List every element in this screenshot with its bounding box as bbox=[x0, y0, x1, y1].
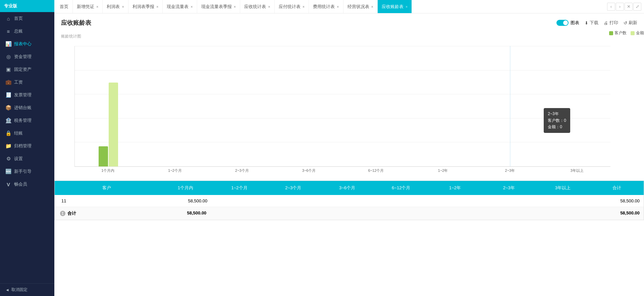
print-label: 打印 bbox=[609, 20, 618, 26]
tab-home-label: 首页 bbox=[60, 4, 68, 10]
tab-voucher-close[interactable]: × bbox=[96, 5, 98, 9]
bar-group-8 bbox=[543, 46, 610, 166]
tab-profit[interactable]: 利润表 × bbox=[103, 0, 128, 13]
tab-next-btn[interactable]: › bbox=[616, 3, 624, 11]
report-icon: 📊 bbox=[5, 41, 11, 47]
chart-toggle[interactable]: 图表 bbox=[556, 20, 579, 26]
sidebar-item-salary[interactable]: 💼 工资 bbox=[0, 76, 54, 89]
tab-business-close[interactable]: × bbox=[371, 5, 373, 9]
refresh-btn[interactable]: ↺ 刷新 bbox=[624, 20, 637, 26]
tab-ar-aging-label: 应收账龄表 bbox=[382, 4, 404, 10]
bar-group-4 bbox=[276, 46, 343, 166]
table-sum-row: Σ 合计 58,500.00 58,500.00 bbox=[55, 207, 644, 220]
tab-voucher-label: 新增凭证 bbox=[77, 4, 94, 10]
tab-voucher[interactable]: 新增凭证 × bbox=[73, 0, 103, 13]
tab-business[interactable]: 经营状况表 × bbox=[343, 0, 378, 13]
tab-home[interactable]: 首页 bbox=[56, 0, 73, 13]
toggle-thumb bbox=[563, 20, 568, 25]
tab-expense[interactable]: 费用统计表 × bbox=[309, 0, 343, 13]
download-icon: ⬇ bbox=[585, 20, 588, 26]
sidebar-item-finance[interactable]: ◎ 资金管理 bbox=[0, 50, 54, 63]
x-label-5: 6~12个月 bbox=[342, 167, 410, 173]
guide-icon: 🆕 bbox=[5, 168, 11, 175]
tab-ar-stats[interactable]: 应收统计表 × bbox=[240, 0, 274, 13]
tab-profit-close[interactable]: × bbox=[122, 5, 124, 9]
tab-maximize-btn[interactable]: ⤢ bbox=[633, 3, 641, 11]
td-customer: 11 bbox=[55, 195, 157, 207]
download-label: 下载 bbox=[590, 20, 598, 26]
ledger-icon: ≡ bbox=[5, 29, 11, 34]
sum-label-text: 合计 bbox=[67, 210, 76, 216]
legend-customers-label: 客户数 bbox=[614, 30, 627, 36]
tab-cashflow-q[interactable]: 现金流量表季报 × bbox=[197, 0, 240, 13]
sidebar-item-tax[interactable]: 🏦 税务管理 bbox=[0, 114, 54, 127]
tab-close-all-btn[interactable]: ✕ bbox=[625, 3, 633, 11]
tab-ap-stats[interactable]: 应付统计表 × bbox=[275, 0, 309, 13]
tab-profit-q-close[interactable]: × bbox=[156, 5, 158, 9]
sidebar-item-guide[interactable]: 🆕 新手引导 bbox=[0, 165, 54, 178]
bar-customers-1 bbox=[99, 146, 108, 166]
sidebar-item-label: 报表中心 bbox=[14, 41, 32, 47]
collapse-label: 取消固定 bbox=[11, 287, 28, 293]
tab-ar-stats-close[interactable]: × bbox=[268, 5, 270, 9]
x-label-6: 1~2年 bbox=[410, 167, 477, 173]
archive-icon: 📁 bbox=[5, 143, 11, 149]
print-btn[interactable]: 🖨 打印 bbox=[604, 20, 618, 26]
tab-expense-close[interactable]: × bbox=[337, 5, 339, 9]
th-customer: 客户 bbox=[55, 181, 158, 195]
tab-profit-q[interactable]: 利润表季报 × bbox=[128, 0, 163, 13]
td-sum-month23 bbox=[265, 207, 319, 220]
th-month12: 1~2个月 bbox=[212, 181, 266, 195]
sidebar-collapse-btn[interactable]: ◄ 取消固定 bbox=[0, 283, 54, 296]
tab-ar-aging[interactable]: 应收账龄表 × bbox=[378, 0, 412, 13]
finance-icon: ◎ bbox=[5, 54, 11, 60]
tab-ap-stats-label: 应付统计表 bbox=[279, 4, 301, 10]
tab-prev-btn[interactable]: ‹ bbox=[607, 3, 615, 11]
sidebar-item-label: 进销台账 bbox=[14, 105, 32, 111]
chart-title: 账龄统计图 bbox=[61, 34, 637, 39]
sidebar-item-home[interactable]: ⌂ 首页 bbox=[0, 12, 54, 25]
print-icon: 🖨 bbox=[604, 20, 608, 26]
refresh-label: 刷新 bbox=[629, 20, 637, 26]
sidebar: 专业版 ⌂ 首页 ≡ 总账 📊 报表中心 ◎ 资金管理 ▣ 固定资产 💼 工资 … bbox=[0, 0, 54, 296]
sidebar-item-settings[interactable]: ⚙ 设置 bbox=[0, 152, 54, 165]
sidebar-item-report[interactable]: 📊 报表中心 bbox=[0, 38, 54, 50]
chart-area: 账龄统计图 客户数 金额 5个 4个 3个 2个 bbox=[54, 30, 644, 177]
download-btn[interactable]: ⬇ 下载 bbox=[585, 20, 598, 26]
tab-business-label: 经营状况表 bbox=[347, 4, 369, 10]
td-sum-month36 bbox=[319, 207, 373, 220]
sidebar-item-vip[interactable]: V 畅会员 bbox=[0, 178, 54, 191]
td-sum-year23 bbox=[481, 207, 535, 220]
tab-expense-label: 费用统计表 bbox=[313, 4, 335, 10]
tab-ap-stats-close[interactable]: × bbox=[303, 5, 305, 9]
td-sum-month612 bbox=[373, 207, 427, 220]
table-row: 11 58,500.00 58,500.00 bbox=[55, 195, 644, 207]
sidebar-item-ledger[interactable]: ≡ 总账 bbox=[0, 25, 54, 38]
td-sum-label: Σ 合计 bbox=[55, 207, 156, 220]
sum-icon: Σ bbox=[60, 211, 65, 216]
sidebar-item-asset[interactable]: ▣ 固定资产 bbox=[0, 63, 54, 76]
tab-cashflow-q-close[interactable]: × bbox=[234, 5, 236, 9]
page-content: 应收账龄表 图表 ⬇ 下载 🖨 打印 ↺ 刷新 bbox=[54, 13, 644, 296]
sidebar-item-label: 工资 bbox=[14, 79, 23, 85]
x-label-1: 1个月内 bbox=[74, 167, 142, 173]
tab-cashflow-close[interactable]: × bbox=[191, 5, 193, 9]
tab-cashflow[interactable]: 现金流量表 × bbox=[163, 0, 197, 13]
tab-ar-stats-label: 应收统计表 bbox=[244, 4, 266, 10]
sidebar-item-label: 税务管理 bbox=[14, 117, 32, 124]
sidebar-item-invoice[interactable]: 🧾 发票管理 bbox=[0, 89, 54, 101]
sidebar-logo: 专业版 bbox=[0, 0, 54, 12]
closing-icon: 🔒 bbox=[5, 130, 11, 136]
tab-ar-aging-close[interactable]: × bbox=[406, 5, 408, 9]
tab-cashflow-label: 现金流量表 bbox=[167, 4, 189, 10]
td-sum-year3plus bbox=[535, 207, 589, 220]
sidebar-item-label: 资金管理 bbox=[14, 54, 32, 60]
sidebar-item-archive[interactable]: 📁 归档管理 bbox=[0, 140, 54, 152]
sidebar-item-label: 首页 bbox=[14, 15, 23, 21]
th-month36: 3~6个月 bbox=[320, 181, 374, 195]
sidebar-item-closing[interactable]: 🔒 结账 bbox=[0, 127, 54, 140]
sidebar-item-sales[interactable]: 📦 进销台账 bbox=[0, 101, 54, 114]
th-month23: 2~3个月 bbox=[266, 181, 320, 195]
bar-group-6 bbox=[410, 46, 477, 166]
toggle-track[interactable] bbox=[556, 20, 569, 26]
